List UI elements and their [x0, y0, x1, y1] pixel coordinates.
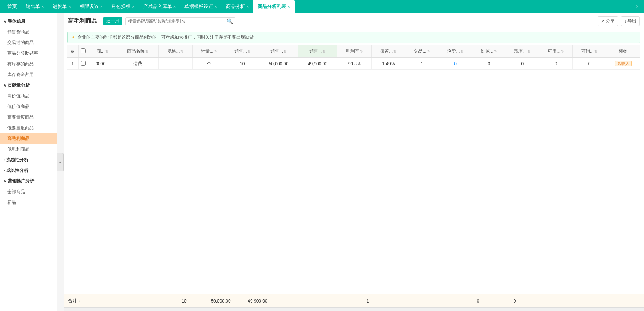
row-sales1: 10 — [226, 58, 259, 70]
export-button[interactable]: ↓ 导出 — [621, 16, 640, 26]
footer-available: 0 — [500, 299, 529, 304]
col-browse1[interactable]: 浏览...⇅ — [439, 45, 472, 58]
nav-product-analysis-list[interactable]: 商品分析列表 × — [253, 0, 294, 13]
sidebar-item-stock-capital[interactable]: 库存资金占用 — [0, 69, 57, 80]
nav-sales[interactable]: 销售单 × — [21, 0, 48, 13]
search-box: 🔍 — [125, 17, 235, 25]
col-sales2[interactable]: 销售...⇅ — [259, 45, 298, 58]
nav-purchase[interactable]: 进货单 × — [48, 0, 75, 13]
col-name[interactable]: 商品名称⇅ — [117, 45, 158, 58]
date-filter-button[interactable]: 近一月 — [103, 17, 122, 25]
col-code[interactable]: 商...⇅ — [88, 45, 117, 58]
col-settings[interactable]: ⚙ — [67, 45, 78, 58]
footer-current: 0 — [463, 299, 493, 304]
footer-sales1: 10 — [169, 299, 199, 304]
sidebar-item-assist-sales[interactable]: 商品分登助销率 — [0, 48, 57, 59]
nav-product-stock-close[interactable]: × — [173, 4, 176, 9]
sidebar-item-new-goods[interactable]: 新品 — [0, 197, 57, 208]
sidebar-group-overall[interactable]: ∨ 整体信息 — [0, 16, 57, 27]
col-coverage[interactable]: 覆盖...⇅ — [372, 45, 405, 58]
table-row: 1 0000... 运费 个 10 50,000.00 49,900.00 99… — [67, 58, 640, 70]
sidebar-group-growth-arrow: › — [4, 169, 5, 173]
horizontal-scrollbar[interactable] — [64, 307, 644, 311]
row-sales3: 49,900.00 — [298, 58, 337, 70]
share-icon: ↗ — [601, 19, 605, 24]
nav-role[interactable]: 角色授权 × — [107, 0, 138, 13]
nav-template[interactable]: 单据模板设置 × — [180, 0, 221, 13]
export-icon: ↓ — [624, 19, 626, 24]
row-browse2: 0 — [472, 58, 506, 70]
tip-icon: ✦ — [71, 35, 75, 40]
sidebar-group-trend[interactable]: › 流趋性分析 — [0, 155, 57, 165]
sidebar-item-sales-goods[interactable]: 销售货商品 — [0, 27, 57, 37]
row-name: 运费 — [117, 58, 158, 70]
top-navigation: 首页 销售单 × 进货单 × 权限设置 × 角色授权 × 产成品入库单 × 单据… — [0, 0, 644, 13]
col-tag[interactable]: 标签 — [606, 45, 640, 58]
row-available: 0 — [539, 58, 572, 70]
row-saleable: 0 — [573, 58, 606, 70]
col-available[interactable]: 可用...⇅ — [539, 45, 572, 58]
nav-product-analysis-close[interactable]: × — [247, 4, 249, 9]
sidebar-group-trend-arrow: › — [4, 158, 5, 162]
nav-purchase-close[interactable]: × — [68, 4, 71, 9]
col-sales1[interactable]: 销售...⇅ — [226, 45, 259, 58]
search-icon[interactable]: 🔍 — [227, 18, 233, 24]
tip-bar: ✦ 企业的主要的利润都是这部分商品创造的，可考虑加大推广，同时关注库存是不要出现… — [67, 32, 640, 43]
row-spec — [159, 58, 192, 70]
col-unit[interactable]: 计量...⇅ — [192, 45, 226, 58]
content-area: 高毛利商品 近一月 🔍 ↗ 分享 ↓ 导出 ✦ 企业的主要的利润都是这部分商品创… — [64, 13, 644, 311]
row-check[interactable] — [81, 61, 86, 66]
settings-icon: ⚙ — [71, 49, 75, 54]
col-spec[interactable]: 规格...⇅ — [159, 45, 192, 58]
row-seq: 1 — [67, 58, 78, 70]
col-browse2[interactable]: 浏览...⇅ — [472, 45, 506, 58]
table-container: ⚙ 商...⇅ 商品名称⇅ 规格...⇅ 计量...⇅ 销售...⇅ 销售...… — [64, 45, 644, 294]
data-table: ⚙ 商...⇅ 商品名称⇅ 规格...⇅ 计量...⇅ 销售...⇅ 销售...… — [67, 45, 640, 70]
nav-sales-close[interactable]: × — [42, 4, 44, 9]
nav-role-close[interactable]: × — [132, 4, 134, 9]
row-tag: 高收入 — [606, 58, 640, 70]
content-header: 高毛利商品 近一月 🔍 ↗ 分享 ↓ 导出 — [64, 13, 644, 29]
sidebar-item-in-stock[interactable]: 有库存的商品 — [0, 59, 57, 69]
share-button[interactable]: ↗ 分享 — [598, 16, 618, 26]
sidebar-group-contribution-arrow: ∨ — [4, 83, 6, 87]
col-transaction[interactable]: 交易...⇅ — [405, 45, 439, 58]
footer-bar: 合计： 10 50,000.00 49,900.00 1 0 0 — [64, 294, 644, 307]
nav-product-analysis-list-close[interactable]: × — [288, 4, 290, 9]
sidebar-item-traded-goods[interactable]: 交易过的商品 — [0, 37, 57, 48]
select-all-checkbox[interactable] — [81, 48, 86, 53]
sidebar-group-marketing[interactable]: ∨ 营销推广分析 — [0, 176, 57, 187]
sidebar-item-high-value[interactable]: 高价值商品 — [0, 91, 57, 101]
sidebar-group-growth[interactable]: › 成长性分析 — [0, 165, 57, 176]
nav-permission[interactable]: 权限设置 × — [75, 0, 107, 13]
col-saleable[interactable]: 可销...⇅ — [573, 45, 606, 58]
col-current[interactable]: 现有...⇅ — [506, 45, 539, 58]
sidebar-group-contribution[interactable]: ∨ 贡献量分析 — [0, 80, 57, 91]
sidebar-item-low-value[interactable]: 低价值商品 — [0, 101, 57, 112]
sidebar-item-low-freq[interactable]: 低要量度商品 — [0, 123, 57, 133]
page-title: 高毛利商品 — [68, 17, 97, 25]
search-input[interactable] — [128, 19, 227, 24]
sidebar-item-all-goods[interactable]: 全部商品 — [0, 187, 57, 197]
row-sales2: 50,000.00 — [259, 58, 298, 70]
nav-home[interactable]: 首页 — [3, 0, 21, 13]
window-close-btn[interactable]: × — [633, 3, 641, 10]
row-checkbox — [78, 58, 88, 70]
row-unit: 个 — [192, 58, 226, 70]
sidebar-collapse-button[interactable]: « — [57, 153, 64, 171]
nav-template-close[interactable]: × — [215, 4, 217, 9]
sidebar: ∨ 整体信息 销售货商品 交易过的商品 商品分登助销率 有库存的商品 库存资金占… — [0, 13, 57, 311]
row-code: 0000... — [88, 58, 117, 70]
col-gross-rate[interactable]: 毛利率⇅ — [337, 45, 372, 58]
sidebar-item-low-margin[interactable]: 低毛利商品 — [0, 144, 57, 155]
col-sales3[interactable]: 销售...⇅ — [298, 45, 337, 58]
row-current: 0 — [506, 58, 539, 70]
nav-product-stock[interactable]: 产成品入库单 × — [139, 0, 180, 13]
sidebar-item-high-margin[interactable]: 高毛利商品 — [0, 133, 57, 144]
row-gross-rate: 99.8% — [337, 58, 372, 70]
nav-permission-close[interactable]: × — [100, 4, 102, 9]
sidebar-item-high-freq[interactable]: 高要量度商品 — [0, 112, 57, 123]
nav-product-analysis[interactable]: 商品分析 × — [222, 0, 253, 13]
footer-sales3: 49,900.00 — [243, 299, 272, 304]
row-browse1[interactable]: 0 — [439, 58, 472, 70]
